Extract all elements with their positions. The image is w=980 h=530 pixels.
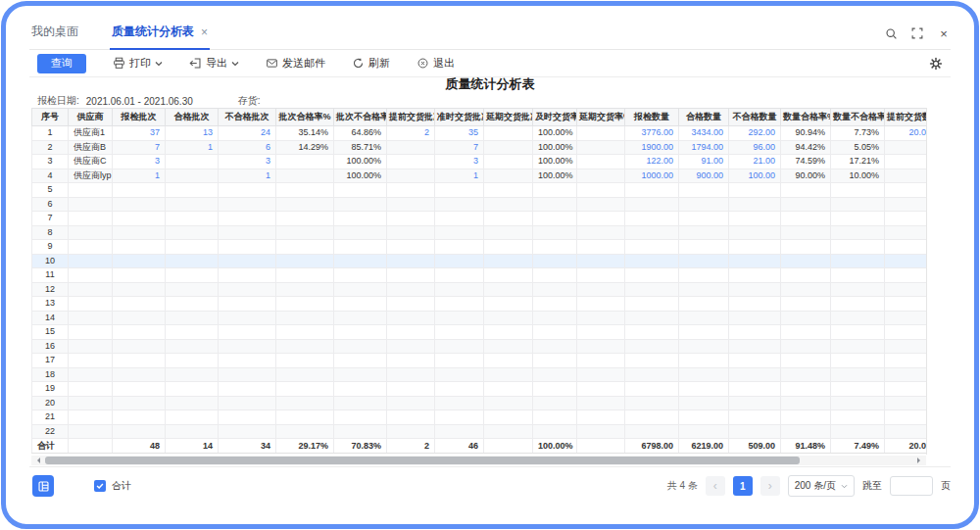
table-cell[interactable] [729,339,781,354]
scrollbar-thumb[interactable] [45,457,800,464]
table-cell[interactable]: 35 [435,126,484,141]
tab-my-desktop[interactable]: 我的桌面 [29,17,80,49]
table-cell[interactable] [387,183,435,198]
table-cell[interactable] [276,282,334,297]
table-cell[interactable] [276,367,334,382]
table-cell[interactable] [679,282,729,297]
table-cell[interactable]: 18 [32,367,69,382]
table-cell[interactable]: 96.00 [729,140,781,155]
table-cell[interactable]: 3 [435,155,484,169]
table-row[interactable]: 7 [32,212,928,226]
table-cell[interactable]: 14 [32,311,69,325]
table-cell[interactable] [885,183,928,198]
table-cell[interactable] [219,354,276,368]
table-cell[interactable] [334,367,387,382]
table-cell[interactable] [885,297,928,312]
table-cell[interactable] [435,240,484,255]
table-cell[interactable] [484,325,533,340]
table-cell[interactable] [625,225,679,240]
table-cell[interactable] [166,339,219,354]
table-row[interactable]: 6 [32,197,928,212]
table-cell[interactable] [679,382,729,397]
table-cell[interactable] [885,325,928,340]
table-cell[interactable] [387,254,435,268]
table-cell[interactable] [276,424,334,439]
table-cell[interactable] [166,311,219,325]
scroll-left-arrow-icon[interactable] [34,458,40,463]
table-cell[interactable]: 24 [219,126,276,141]
table-cell[interactable] [781,212,831,226]
table-cell[interactable] [334,339,387,354]
table-cell[interactable] [679,197,729,212]
table-cell[interactable] [679,339,729,354]
table-cell[interactable]: 90.94% [781,126,831,141]
table-cell[interactable] [113,240,166,255]
table-cell[interactable] [679,424,729,439]
table-cell[interactable] [387,311,435,325]
table-cell[interactable]: 94.42% [781,140,831,155]
table-row[interactable]: 12 [32,282,928,297]
table-cell[interactable] [577,155,625,169]
table-cell[interactable] [577,240,625,255]
table-cell[interactable] [729,410,781,425]
table-cell[interactable] [276,311,334,325]
table-cell[interactable] [69,339,113,354]
table-cell[interactable] [577,212,625,226]
table-cell[interactable] [831,410,885,425]
table-cell[interactable] [276,155,334,169]
table-cell[interactable] [625,183,679,198]
table-cell[interactable] [885,140,928,155]
table-cell[interactable] [885,339,928,354]
table-cell[interactable]: 122.00 [625,155,679,169]
table-cell[interactable] [484,240,533,255]
table-cell[interactable] [334,354,387,368]
table-cell[interactable]: 17.21% [831,155,885,169]
date-filter-value[interactable]: 2021.06.01 - 2021.06.30 [86,96,193,107]
table-cell[interactable] [831,354,885,368]
table-cell[interactable] [387,367,435,382]
table-cell[interactable] [781,410,831,425]
table-cell[interactable] [781,183,831,198]
column-header[interactable]: 准时交货批次 [435,109,484,126]
table-row[interactable]: 2供应商B71614.29%85.71%7100.00%1900.001794.… [32,140,928,155]
table-cell[interactable] [781,225,831,240]
table-cell[interactable] [387,212,435,226]
table-cell[interactable] [577,183,625,198]
table-cell[interactable] [679,354,729,368]
scroll-right-arrow-icon[interactable] [917,458,923,463]
table-cell[interactable]: 2 [32,140,69,155]
column-header[interactable]: 延期交货率% [577,109,625,126]
table-cell[interactable]: 11 [32,268,69,283]
table-cell[interactable] [276,354,334,368]
table-cell[interactable] [577,382,625,397]
table-cell[interactable] [435,339,484,354]
table-cell[interactable] [334,282,387,297]
table-cell[interactable] [729,183,781,198]
table-cell[interactable] [885,225,928,240]
table-cell[interactable]: 1 [219,169,276,183]
table-cell[interactable] [781,424,831,439]
table-cell[interactable] [435,225,484,240]
table-cell[interactable] [334,254,387,268]
query-button[interactable]: 查询 [37,54,86,73]
table-row[interactable]: 17 [32,354,928,368]
table-cell[interactable]: 6 [219,140,276,155]
table-cell[interactable] [435,197,484,212]
table-cell[interactable] [113,225,166,240]
table-cell[interactable] [484,126,533,141]
table-cell[interactable] [625,354,679,368]
table-cell[interactable] [435,396,484,410]
table-cell[interactable] [831,382,885,397]
table-cell[interactable] [885,354,928,368]
table-row[interactable]: 15 [32,325,928,340]
table-cell[interactable] [387,354,435,368]
table-cell[interactable] [276,169,334,183]
table-cell[interactable] [625,268,679,283]
checkbox-checked-icon[interactable] [94,480,106,492]
table-cell[interactable] [166,197,219,212]
table-cell[interactable] [334,410,387,425]
table-cell[interactable] [533,197,577,212]
table-cell[interactable]: 90.00% [781,169,831,183]
table-cell[interactable]: 6 [32,197,69,212]
table-cell[interactable] [276,183,334,198]
